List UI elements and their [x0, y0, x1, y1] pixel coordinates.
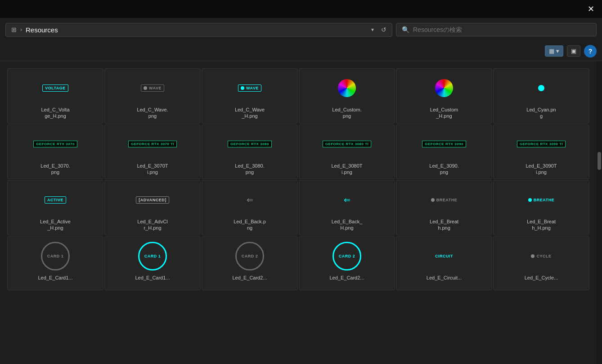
- item-label: Led_E_Card1...: [38, 275, 72, 281]
- wave-dot-active: [241, 86, 244, 90]
- item-label: Led_E_Card2...: [329, 275, 364, 281]
- voltage-badge: VOLTAGE: [42, 84, 68, 92]
- search-bar[interactable]: 🔍: [396, 23, 597, 36]
- breathe-dot: [431, 198, 435, 202]
- grid-item-led-e-3090[interactable]: GEFORCE RTX 3090 Led_E_3090.png: [396, 124, 492, 180]
- item-preview: CARD 2: [303, 240, 391, 272]
- color-wheel-icon: [435, 79, 453, 97]
- address-bar[interactable]: ⊞ › Resources ▾ ↺: [5, 23, 392, 37]
- item-label: Led_E_Card2...: [232, 275, 267, 281]
- grid-item-led-custom[interactable]: Led_Custom.png: [299, 68, 395, 124]
- grid-item-led-e-3090ti[interactable]: GEFORCE RTX 3090 Ti Led_E_3090Ti.png: [493, 124, 589, 180]
- wave-active-badge: WAVE: [238, 84, 261, 92]
- item-preview: GEFORCE RTX 3070 Ti: [108, 129, 197, 160]
- item-preview: CARD 1: [11, 240, 99, 272]
- refresh-button[interactable]: ↺: [381, 26, 386, 33]
- close-button[interactable]: ✕: [584, 2, 598, 16]
- grid-item-led-e-card1-active[interactable]: CARD 1 Led_E_Card1...: [104, 236, 201, 290]
- grid-item-led-cyan[interactable]: Led_Cyan.png: [493, 68, 589, 124]
- grid-item-led-e-3080ti[interactable]: GEFORCE RTX 3080 Ti Led_E_3080Ti.png: [299, 124, 395, 180]
- grid-item-led-custom-h[interactable]: Led_Custom_H.png: [396, 68, 492, 124]
- item-label: Led_E_3070Ti.png: [137, 163, 168, 176]
- cycle-badge: CYCLE: [529, 253, 553, 259]
- item-preview: [497, 72, 585, 104]
- grid-item-led-c-wave[interactable]: WAVE Led_C_Wave.png: [104, 68, 201, 124]
- item-preview: GEFORCE RTX 3080 Ti: [303, 129, 391, 160]
- item-label: Led_E_Circuit...: [427, 275, 462, 281]
- item-label: Led_E_3080.png: [235, 163, 264, 176]
- help-button[interactable]: ?: [584, 45, 597, 58]
- grid-item-led-e-3070ti[interactable]: GEFORCE RTX 3070 Ti Led_E_3070Ti.png: [104, 124, 201, 180]
- item-preview: GEFORCE RTX 3090: [400, 129, 488, 160]
- path-dropdown[interactable]: ▾: [371, 27, 374, 33]
- item-preview: CARD 2: [206, 240, 294, 272]
- color-wheel-icon: [338, 79, 356, 97]
- grid-item-led-e-card2-active[interactable]: CARD 2 Led_E_Card2...: [299, 236, 395, 290]
- item-label: Led_E_Back_H.png: [332, 218, 363, 231]
- breathe-inactive-badge: BREATHE: [429, 197, 459, 203]
- navigation-bar: ⊞ › Resources ▾ ↺ 🔍: [0, 18, 602, 41]
- item-label: Led_E_Card1...: [135, 275, 170, 281]
- item-label: Led_E_3090.png: [429, 163, 458, 176]
- gpu-badge-3090ti: GEFORCE RTX 3090 Ti: [517, 141, 566, 147]
- item-label: Led_E_Breath_H.png: [527, 218, 556, 231]
- grid-item-led-e-cycle[interactable]: CYCLE Led_E_Cycle...: [493, 236, 589, 290]
- circuit-badge: CIRCUIT: [433, 253, 455, 259]
- gpu-badge-3080ti: GEFORCE RTX 3080 Ti: [323, 141, 372, 147]
- wave-dot: [144, 86, 147, 90]
- grid-item-led-e-active-h[interactable]: ACTIVE Led_E_Active_H.png: [7, 180, 103, 235]
- item-preview: WAVE: [108, 72, 197, 104]
- grid-item-led-e-back-h[interactable]: ⇐ Led_E_Back_H.png: [299, 180, 395, 235]
- item-preview: [ADVANCED]: [108, 184, 197, 216]
- view-panel-icon: ▣: [571, 48, 576, 54]
- item-label: Led_E_Active_H.png: [40, 218, 71, 231]
- toolbar: ▦ ▾ ▣ ?: [0, 41, 602, 61]
- view-panel-button[interactable]: ▣: [567, 45, 580, 57]
- card1-inactive-circle: CARD 1: [41, 242, 70, 271]
- item-preview: WAVE: [206, 72, 294, 104]
- content-area: VOLTAGE Led_C_Voltage_H.png WAVE Led_C_W…: [0, 61, 602, 364]
- grid-item-led-e-3070[interactable]: GEFORCE RTX 3070 Led_E_3070.png: [7, 124, 103, 180]
- view-dropdown-arrow: ▾: [556, 48, 559, 54]
- view-list-button[interactable]: ▦ ▾: [545, 45, 563, 57]
- item-label: Led_E_Cycle...: [525, 275, 558, 281]
- view-list-icon: ▦: [549, 48, 554, 54]
- wave-inactive-badge: WAVE: [141, 84, 164, 92]
- grid-item-led-e-card2-inactive[interactable]: CARD 2 Led_E_Card2...: [202, 236, 298, 290]
- scrollbar[interactable]: [597, 61, 602, 364]
- item-label: Led_E_Back.png: [234, 218, 266, 231]
- card1-active-circle: CARD 1: [138, 242, 167, 271]
- breathe-dot-active: [528, 198, 532, 202]
- item-preview: [303, 72, 391, 104]
- item-label: Led_Cyan.png: [526, 107, 556, 120]
- grid-item-led-e-circuit[interactable]: CIRCUIT Led_E_Circuit...: [396, 236, 492, 290]
- grid-item-led-e-advclr-h[interactable]: [ADVANCED] Led_E_AdvClr_H.png: [104, 180, 201, 235]
- grid-item-led-e-back[interactable]: ⇐ Led_E_Back.png: [202, 180, 298, 235]
- card2-active-circle: CARD 2: [332, 242, 361, 271]
- card2-inactive-circle: CARD 2: [235, 242, 264, 271]
- item-label: Led_C_Wave.png: [137, 107, 168, 120]
- item-label: Led_E_Breath.png: [430, 218, 458, 231]
- breadcrumb-chevron: ›: [20, 27, 22, 33]
- grid-item-led-c-voltage-h[interactable]: VOLTAGE Led_C_Voltage_H.png: [7, 68, 103, 124]
- grid-item-led-e-breath-h[interactable]: BREATHE Led_E_Breath_H.png: [493, 180, 589, 235]
- item-label: Led_E_3080Ti.png: [331, 163, 362, 176]
- arrow-active-icon: ⇐: [344, 195, 350, 205]
- item-preview: CIRCUIT: [400, 240, 488, 272]
- grid-item-led-c-wave-h[interactable]: WAVE Led_C_Wave_H.png: [202, 68, 298, 124]
- title-bar: ✕: [0, 0, 602, 18]
- gpu-badge-3070ti: GEFORCE RTX 3070 Ti: [128, 141, 177, 147]
- resource-grid: VOLTAGE Led_C_Voltage_H.png WAVE Led_C_W…: [7, 68, 589, 290]
- grid-item-led-e-card1-inactive[interactable]: CARD 1 Led_E_Card1...: [7, 236, 103, 290]
- scrollbar-thumb[interactable]: [598, 152, 601, 170]
- gpu-badge-3070: GEFORCE RTX 3070: [33, 141, 77, 147]
- path-title: Resources: [26, 26, 368, 34]
- item-label: Led_E_3070.png: [40, 163, 70, 176]
- grid-item-led-e-3080[interactable]: GEFORCE RTX 3080 Led_E_3080.png: [202, 124, 298, 180]
- item-label: Led_E_3090Ti.png: [526, 163, 557, 176]
- arrow-inactive-icon: ⇐: [247, 195, 253, 205]
- grid-item-led-e-breath[interactable]: BREATHE Led_E_Breath.png: [396, 180, 492, 235]
- search-input[interactable]: [413, 26, 591, 33]
- cyan-circle-icon: [538, 85, 544, 91]
- item-preview: [400, 72, 488, 104]
